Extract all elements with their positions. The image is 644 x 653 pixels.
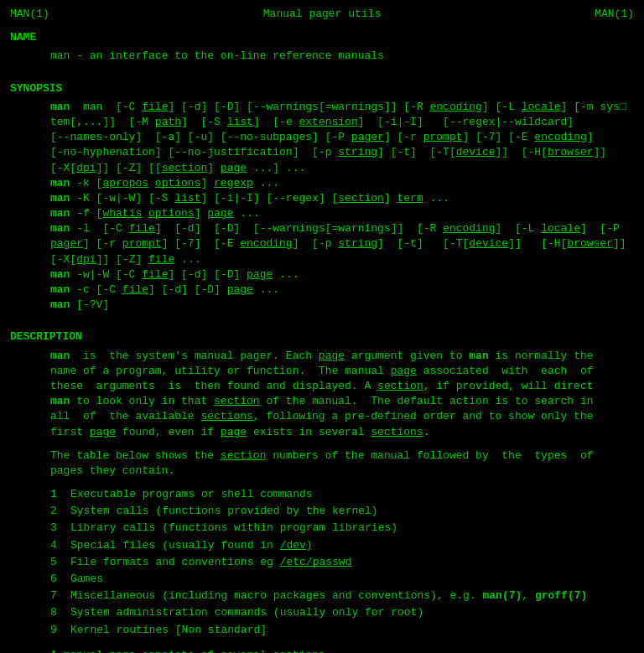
description-title: DESCRIPTION	[10, 329, 634, 345]
list-num: 8	[50, 605, 70, 620]
synopsis-line: [-X[dpi]] [-Z] file ...	[50, 252, 634, 267]
list-text: Library calls (functions within program …	[70, 521, 397, 536]
list-num: 7	[50, 588, 70, 604]
synopsis-line: man man [-C file] [-d] [-D] [--warnings[…	[50, 100, 634, 115]
list-text: Kernel routines [Non standard]	[70, 623, 267, 638]
list-item: 7Miscellaneous (including macro packages…	[50, 588, 634, 604]
synopsis-section: SYNOPSIS man man [-C file] [-d] [-D] [--…	[10, 81, 634, 314]
list-num: 2	[50, 504, 70, 519]
list-num: 5	[50, 555, 70, 570]
list-text: System calls (functions provided by the …	[70, 504, 378, 519]
list-num: 6	[50, 572, 70, 587]
list-item: 8System administration commands (usually…	[50, 605, 634, 620]
synopsis-line: pager] [-r prompt] [-7] [-E encoding] [-…	[50, 236, 634, 251]
description-section: DESCRIPTION man is the system's manual p…	[10, 329, 634, 653]
synopsis-title: SYNOPSIS	[10, 81, 634, 96]
description-paragraph-2: The table below shows the section number…	[50, 448, 634, 479]
synopsis-line: man -c [-C file] [-d] [-D] page ...	[50, 282, 634, 298]
synopsis-lines: man man [-C file] [-d] [-D] [--warnings[…	[10, 100, 634, 314]
list-num: 1	[50, 487, 70, 502]
list-item: 6Games	[50, 572, 634, 587]
name-section: NAME man - an interface to the on-line r…	[10, 30, 634, 64]
header-center: Manual pager utils	[263, 7, 381, 22]
list-item: 5File formats and conventions eg /etc/pa…	[50, 555, 634, 570]
list-text: Executable programs or shell commands	[70, 487, 313, 502]
synopsis-line: man -k [apropos options] regexp ...	[50, 176, 634, 191]
list-item: 9Kernel routines [Non standard]	[50, 623, 634, 638]
header-right: MAN(1)	[595, 7, 634, 22]
list-item: 1Executable programs or shell commands	[50, 487, 634, 502]
list-text: Miscellaneous (including macro packages …	[70, 588, 587, 604]
list-num: 4	[50, 538, 70, 553]
synopsis-line: tem[,...]] [-M path] [-S list] [-e exten…	[50, 115, 634, 130]
name-title: NAME	[10, 30, 634, 45]
synopsis-line: man [-?V]	[50, 298, 634, 313]
name-content: man - an interface to the on-line refere…	[10, 49, 634, 64]
list-item: 3Library calls (functions within program…	[50, 521, 634, 536]
description-paragraph-1: man is the system's manual pager. Each p…	[50, 349, 634, 440]
list-item: 4Special files (usually found in /dev)	[50, 538, 634, 553]
list-text: File formats and conventions eg /etc/pas…	[70, 555, 351, 570]
synopsis-line: man -f [whatis options] page ...	[50, 206, 634, 221]
synopsis-line: [-no-hyphenation] [--no-justification] […	[50, 145, 634, 160]
synopsis-line: [--names-only] [-a] [-u] [--no-subpages]…	[50, 130, 634, 145]
header-left: MAN(1)	[10, 7, 49, 22]
list-item: 2System calls (functions provided by the…	[50, 504, 634, 519]
description-content: man is the system's manual pager. Each p…	[10, 349, 634, 653]
description-after-list-0: A manual page consists of several sectio…	[50, 648, 634, 653]
synopsis-line: man -l [-C file] [-d] [-D] [--warnings[=…	[50, 221, 634, 236]
synopsis-line: man -K [-w|-W] [-S list] [-i|-I] [--rege…	[50, 191, 634, 206]
list-text: Games	[70, 572, 103, 587]
list-num: 3	[50, 521, 70, 536]
synopsis-line: man -w|-W [-C file] [-d] [-D] page ...	[50, 267, 634, 282]
list-text: System administration commands (usually …	[70, 605, 423, 620]
page-header: MAN(1) Manual pager utils MAN(1)	[10, 7, 634, 22]
list-text: Special files (usually found in /dev)	[70, 538, 313, 553]
synopsis-line: [-X[dpi]] [-Z] [[section] page ...] ...	[50, 161, 634, 176]
list-num: 9	[50, 623, 70, 638]
